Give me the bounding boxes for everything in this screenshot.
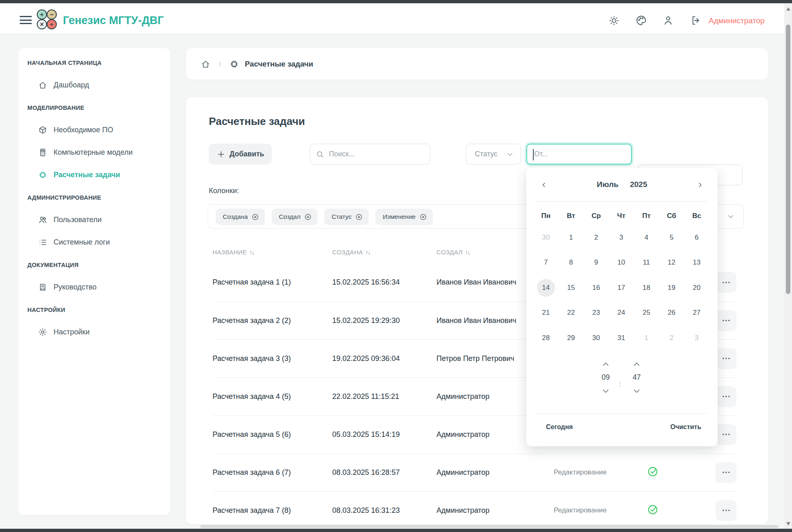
calendar-day-selected[interactable]: 14 [537, 279, 555, 297]
chevron-down-icon[interactable] [726, 212, 735, 221]
header-created[interactable]: СОЗДАНА↑↓ [332, 249, 436, 256]
close-circle-icon[interactable] [251, 213, 259, 221]
chip-label: Создана [223, 213, 248, 220]
calendar-day[interactable]: 19 [662, 279, 680, 297]
weekday-label: Вт [559, 207, 584, 225]
calendar-day[interactable]: 28 [537, 329, 555, 347]
sidebar-item-calculation-tasks[interactable]: Расчетные задачи [18, 164, 170, 186]
calendar-day[interactable]: 27 [688, 304, 706, 322]
calendar-day[interactable]: 18 [638, 279, 656, 297]
breadcrumb: Расчетные задачи [186, 48, 768, 80]
sidebar-item-settings[interactable]: Настройки [18, 321, 170, 343]
calendar-day[interactable]: 25 [638, 304, 656, 322]
theme-toggle-button[interactable] [606, 13, 621, 28]
palette-button[interactable] [634, 13, 649, 28]
sidebar-item-computer-models[interactable]: Компьютерные модели [18, 141, 170, 164]
breadcrumb-current-page[interactable]: Расчетные задачи [245, 60, 313, 69]
calendar-day[interactable]: 24 [612, 304, 630, 322]
calendar-day[interactable]: 3 [612, 229, 630, 247]
calendar-day[interactable]: 17 [612, 279, 630, 297]
calendar-day[interactable]: 26 [662, 304, 680, 322]
row-actions-button[interactable] [716, 500, 736, 521]
sidebar-item-label: Дашбоард [54, 81, 89, 89]
chip-modification[interactable]: Изменение [376, 209, 433, 225]
calendar-day[interactable]: 1 [562, 229, 580, 247]
calendar-day[interactable]: 6 [688, 229, 706, 247]
row-actions-button[interactable] [716, 462, 736, 483]
sidebar-item-manual[interactable]: Руководство [18, 276, 170, 298]
scroll-up-arrow[interactable] [786, 7, 790, 11]
sidebar-item-system-logs[interactable]: Системные логи [18, 231, 170, 254]
status-select[interactable]: Статус [466, 144, 521, 165]
time-colon: : [619, 380, 621, 388]
calendar-day[interactable]: 20 [688, 279, 706, 297]
page-title: Расчетные задачи [209, 115, 305, 128]
close-circle-icon[interactable] [419, 213, 427, 221]
clear-button[interactable]: Очистить [668, 423, 704, 431]
calendar-day[interactable]: 2 [662, 329, 680, 347]
row-actions-button[interactable] [716, 310, 736, 331]
calendar-month[interactable]: Июль [597, 180, 618, 189]
search-input[interactable] [328, 149, 430, 159]
close-circle-icon[interactable] [304, 213, 312, 221]
calendar-day[interactable]: 31 [612, 329, 630, 347]
calendar-day[interactable]: 5 [662, 229, 680, 247]
header-name[interactable]: НАЗВАНИЕ↑↓ [213, 249, 332, 256]
calendar-day[interactable]: 2 [587, 229, 605, 247]
calendar-day[interactable]: 3 [688, 329, 706, 347]
today-button[interactable]: Сегодня [544, 423, 575, 431]
sidebar-section-title: НАЧАЛЬНАЯ СТРАНИЦА [18, 51, 170, 74]
cell-name: Расчетная задача 6 (7) [213, 468, 332, 477]
hour-down-button[interactable] [597, 386, 615, 396]
calendar-day[interactable]: 8 [562, 254, 580, 272]
sidebar-item-dashboard[interactable]: Дашбоард [18, 74, 170, 96]
row-actions-button[interactable] [716, 272, 736, 293]
chip-created[interactable]: Создана [216, 209, 265, 225]
logout-button[interactable] [688, 13, 703, 28]
divider [536, 414, 708, 414]
minute-up-button[interactable] [628, 359, 646, 370]
scroll-down-arrow[interactable] [786, 522, 790, 525]
user-role-label[interactable]: Администратор [709, 16, 765, 25]
calendar-day[interactable]: 22 [562, 304, 580, 322]
sidebar-item-users[interactable]: Пользователи [18, 209, 170, 231]
calendar-day[interactable]: 11 [638, 254, 656, 272]
hour-up-button[interactable] [597, 359, 615, 370]
calendar-day[interactable]: 29 [562, 329, 580, 347]
chip-creator[interactable]: Создал [272, 209, 318, 225]
close-circle-icon[interactable] [355, 213, 363, 221]
chevron-down-icon [601, 386, 611, 396]
sun-icon [609, 15, 620, 26]
calendar-day[interactable]: 10 [612, 254, 630, 272]
add-button[interactable]: Добавить [209, 144, 272, 165]
calendar-day[interactable]: 7 [537, 254, 555, 272]
vertical-scrollbar-thumb[interactable] [786, 24, 790, 294]
sidebar-item-software[interactable]: Необходимое ПО [18, 119, 170, 141]
calendar-day[interactable]: 23 [587, 304, 605, 322]
calendar-day[interactable]: 30 [587, 329, 605, 347]
home-icon [38, 80, 47, 90]
chip-status[interactable]: Статус [324, 209, 369, 225]
calendar-day[interactable]: 4 [638, 229, 656, 247]
row-actions-button[interactable] [716, 348, 736, 369]
calendar-day[interactable]: 1 [638, 329, 656, 347]
profile-button[interactable] [661, 13, 676, 28]
calendar-day[interactable]: 16 [587, 279, 605, 297]
date-from-input[interactable] [533, 149, 621, 159]
row-actions-button[interactable] [716, 386, 736, 407]
calendar-year[interactable]: 2025 [630, 180, 647, 189]
calendar-day[interactable]: 12 [662, 254, 680, 272]
vertical-scrollbar[interactable] [784, 3, 792, 529]
calendar-day[interactable]: 15 [562, 279, 580, 297]
row-actions-button[interactable] [716, 424, 736, 445]
list-icon [38, 238, 47, 247]
calendar-day[interactable]: 30 [537, 229, 555, 247]
horizontal-scrollbar-thumb[interactable] [200, 525, 779, 528]
minute-down-button[interactable] [628, 386, 646, 396]
next-month-button[interactable] [694, 179, 706, 191]
calendar-day[interactable]: 9 [587, 254, 605, 272]
calendar-day[interactable]: 13 [688, 254, 706, 272]
hamburger-menu-icon[interactable] [20, 16, 32, 24]
home-icon[interactable] [201, 59, 210, 69]
calendar-day[interactable]: 21 [537, 304, 555, 322]
